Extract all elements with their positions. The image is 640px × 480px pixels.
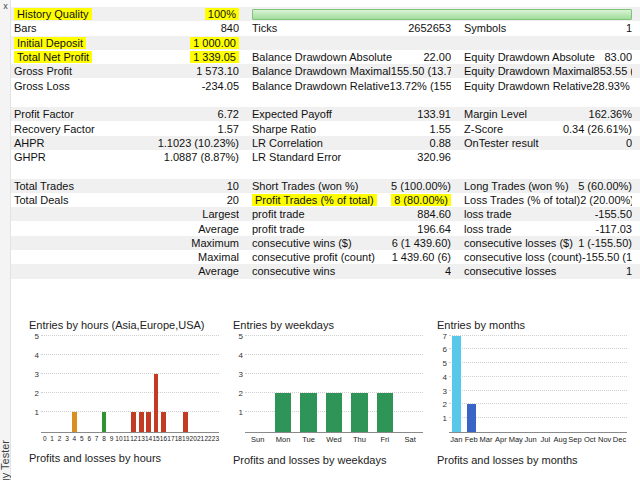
chart-plot (245, 337, 423, 433)
stat-value: 6.72 (218, 108, 239, 120)
entries-chart-1: Entries by weekdays12345SunMonTueWedThuF… (233, 319, 423, 466)
stat-value: 1 573.10 (196, 65, 239, 77)
stat-label: Short Trades (won %) (252, 180, 358, 192)
stats-row: Total Net Profit1 339.05Balance Drawdown… (11, 50, 640, 64)
stat-label: Sharpe Ratio (252, 123, 316, 135)
stat-value: 8 (80.00%) (391, 194, 451, 206)
bar-slot (245, 337, 270, 432)
bar-slot (86, 337, 93, 432)
stats-table: History Quality100%Bars840Ticks2652653Sy… (11, 0, 640, 279)
stat-label: OnTester result (464, 137, 539, 149)
stats-row: Bars840Ticks2652653Symbols1 (11, 21, 640, 35)
y-tick-label: 3 (239, 370, 243, 379)
stat-cell: AHPR1.1023 (10.23%) (11, 137, 239, 149)
bar-12 (131, 412, 136, 431)
stat-label: consecutive loss (count) (464, 251, 582, 263)
x-tick-label: Aug (553, 435, 568, 444)
stat-label: AHPR (14, 137, 45, 149)
stat-cell: LR Correlation0.88 (239, 137, 451, 149)
bar-slot (41, 337, 48, 432)
x-tick-label: 0 (41, 435, 48, 442)
stats-row: GHPR1.0887 (8.87%)LR Standard Error320.9… (11, 150, 640, 164)
x-tick-label: 6 (86, 435, 93, 442)
stats-row: Recovery Factor1.57Sharpe Ratio1.55Z-Sco… (11, 121, 640, 135)
bar-slot (137, 337, 144, 432)
x-tick-label: 8 (100, 435, 107, 442)
stat-value: 20 (227, 194, 239, 206)
x-tick-label: 2 (56, 435, 63, 442)
y-tick-label: 5 (443, 359, 447, 368)
stats-row: Averageconsecutive wins4consecutive loss… (11, 264, 640, 278)
stat-cell: Ticks2652653 (239, 22, 451, 34)
x-tick-label: Jan (449, 435, 464, 444)
charts-row: Entries by hours (Asia,Europe,USA)123450… (11, 319, 640, 466)
stat-label: profit trade (252, 208, 305, 220)
stat-label: Profit Factor (14, 108, 74, 120)
stat-value: 853.55 (28.93%) (594, 65, 632, 77)
chart-title: Entries by hours (Asia,Europe,USA) (29, 319, 219, 331)
x-tick-label: 14 (145, 435, 152, 442)
stat-label: consecutive losses ($) (464, 237, 573, 249)
bar-slot (347, 337, 372, 432)
stat-value: 5 (100.00%) (391, 180, 451, 192)
chart-footer-title: Profits and losses by weekdays (233, 454, 423, 466)
stats-spacer-row (11, 93, 640, 107)
bar-slot (100, 337, 107, 432)
bar-slot (93, 337, 100, 432)
bar-slot (464, 337, 479, 432)
stat-value: 0.34 (26.61%) (563, 123, 632, 135)
bar-slot (523, 337, 538, 432)
x-tick-label: 23 (212, 435, 219, 442)
chart-footer-title: Profits and losses by months (437, 454, 627, 466)
stat-value: 5 (60.00%) (578, 180, 632, 192)
stat-cell: Equity Drawdown Relative28.93% (853.55) (451, 80, 632, 92)
stat-cell: Maximum (11, 237, 239, 249)
chart-plot-area: 12345 (233, 337, 423, 433)
strategy-tester-vertical-tab[interactable]: Strategy Tester (0, 440, 11, 480)
x-tick-label: 20 (189, 435, 196, 442)
stat-label: Gross Profit (14, 65, 72, 77)
stat-value: 2652653 (408, 22, 451, 34)
stat-value: -155.50 (595, 208, 632, 220)
bar-slot (71, 337, 78, 432)
x-tick-label: Sun (245, 435, 270, 444)
y-tick-label: 1 (443, 414, 447, 423)
stats-row: Total Deals20Profit Trades (% of total)8… (11, 193, 640, 207)
x-tick-label: Thu (347, 435, 372, 444)
stat-cell: Equity Drawdown Maximal853.55 (28.93%) (451, 65, 632, 77)
stat-value: 840 (221, 22, 239, 34)
stat-value: 6 (1 439.60) (392, 237, 451, 249)
stat-cell: Balance Drawdown Absolute22.00 (239, 51, 451, 63)
x-tick-label: 21 (197, 435, 204, 442)
chart-plot-area: 1234567 (437, 337, 627, 433)
bar-slot (63, 337, 70, 432)
chart-x-axis: JanFebMarAprMayJunJulAugSepOctNovDec (449, 435, 627, 444)
stat-cell: Recovery Factor1.57 (11, 123, 239, 135)
chart-x-axis: 01234567891011121314151617181920212223 (41, 435, 219, 442)
stat-label: Equity Drawdown Absolute (464, 51, 595, 63)
stat-cell: consecutive loss (count)-155.50 (1) (451, 251, 632, 263)
stat-cell: Loss Trades (% of total)2 (20.00%) (451, 194, 632, 206)
bar-slot (321, 337, 346, 432)
entries-chart-2: Entries by months1234567JanFebMarAprMayJ… (437, 319, 627, 466)
y-tick-label: 2 (443, 400, 447, 409)
stat-value: 1 (-155.50) (578, 237, 632, 249)
bar-slot (398, 337, 423, 432)
stat-cell: Total Net Profit1 339.05 (11, 51, 239, 63)
x-tick-label: Sep (568, 435, 583, 444)
stat-cell: Equity Drawdown Absolute83.00 (451, 51, 632, 63)
stat-cell: Symbols1 (451, 22, 632, 34)
close-icon[interactable]: x (0, 0, 11, 12)
bar-15 (154, 374, 159, 432)
stat-value: 1.55 (430, 123, 451, 135)
bar-slot (197, 337, 204, 432)
stat-label: profit trade (252, 223, 305, 235)
stat-value: 1 (626, 265, 632, 277)
stat-cell: Margin Level162.36% (451, 108, 632, 120)
stat-cell: loss trade-155.50 (451, 208, 632, 220)
stat-label: Equity Drawdown Relative (464, 80, 592, 92)
chart-plot (449, 337, 627, 433)
stat-cell: Largest (11, 208, 239, 220)
stat-value: 155.50 (13.72%) (391, 65, 451, 77)
stats-row: Gross Profit1 573.10Balance Drawdown Max… (11, 64, 640, 78)
